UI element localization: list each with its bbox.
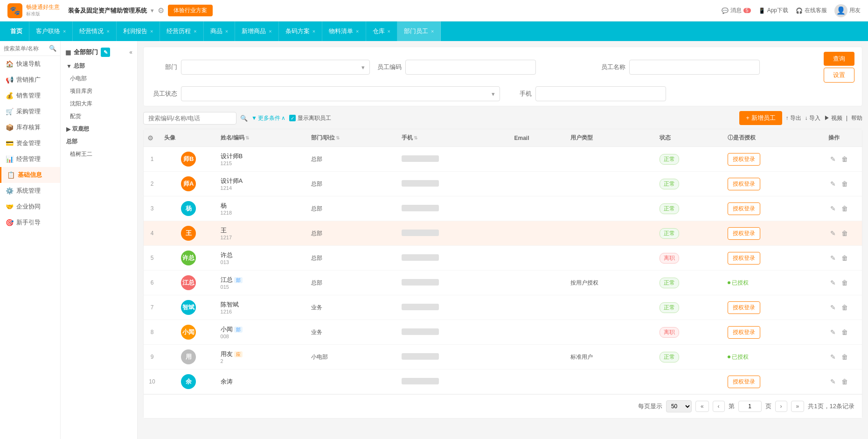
sidebar-item-inventory[interactable]: 📦 库存核算: [0, 119, 60, 135]
edit-btn[interactable]: ✎: [828, 204, 838, 213]
auth-login-btn[interactable]: 授权登录: [728, 326, 760, 339]
auth-login-btn[interactable]: 授权登录: [728, 202, 760, 215]
sidebar-item-purchase[interactable]: 🛒 采购管理: [0, 104, 60, 119]
more-conditions-btn[interactable]: ▼ 更多条件 ∧: [251, 114, 285, 122]
delete-btn[interactable]: 🗑: [840, 204, 850, 213]
sidebar-search-icon[interactable]: 🔍: [49, 45, 56, 52]
set-btn[interactable]: 设置: [824, 68, 854, 83]
delete-btn[interactable]: 🗑: [840, 352, 850, 362]
app-download-btn[interactable]: 📱 App下载: [758, 7, 788, 14]
close-profit-icon[interactable]: ×: [150, 28, 153, 34]
edit-btn[interactable]: ✎: [828, 303, 838, 312]
first-page-btn[interactable]: «: [695, 401, 709, 412]
edit-btn[interactable]: ✎: [828, 328, 838, 337]
th-settings[interactable]: ⚙: [144, 129, 160, 147]
nav-item-history[interactable]: 经营历程 ×: [160, 21, 203, 41]
export-btn[interactable]: ↑ 导出: [786, 114, 801, 122]
sidebar-item-sales[interactable]: 💰 销售管理: [0, 88, 60, 104]
delete-btn[interactable]: 🗑: [840, 229, 850, 238]
th-phone[interactable]: 手机⇅: [398, 129, 510, 147]
delete-btn[interactable]: 🗑: [840, 278, 850, 287]
prev-page-btn[interactable]: ‹: [713, 401, 725, 412]
view-btn[interactable]: ▶ 视频: [824, 114, 842, 122]
toolbar-search-input[interactable]: [143, 112, 236, 125]
message-btn[interactable]: 💬 消息 5: [722, 7, 751, 14]
delete-btn[interactable]: 🗑: [840, 154, 850, 164]
close-operation-icon[interactable]: ×: [106, 28, 109, 34]
sidebar-item-fast-nav[interactable]: 🏠 快速导航: [0, 56, 60, 72]
auth-login-btn[interactable]: 授权登录: [728, 153, 760, 166]
filter-status-select[interactable]: ▾: [181, 86, 500, 101]
next-page-btn[interactable]: ›: [775, 401, 787, 412]
sidebar-item-cooperation[interactable]: 🤝 企业协同: [0, 199, 60, 215]
edit-btn[interactable]: ✎: [828, 253, 838, 263]
dept-item-shuanglu[interactable]: ▶ 双鹿想: [61, 123, 137, 135]
auth-login-btn[interactable]: 授权登录: [728, 178, 760, 190]
help-btn[interactable]: |: [846, 115, 847, 121]
nav-item-goods[interactable]: 商品 ×: [204, 21, 235, 41]
help-label[interactable]: 帮助: [851, 114, 862, 122]
dept-collapse-btn[interactable]: «: [129, 49, 132, 56]
column-settings-icon[interactable]: ⚙: [147, 134, 153, 142]
nav-item-profit[interactable]: 利润报告 ×: [117, 21, 160, 41]
filter-emp-code-input[interactable]: [405, 60, 536, 75]
auth-login-btn[interactable]: 授权登录: [728, 301, 760, 314]
dept-item-peihuo[interactable]: 配货: [61, 110, 137, 123]
user-area[interactable]: 👤 用友: [834, 4, 861, 17]
dropdown-arrow-icon[interactable]: ▾: [151, 7, 154, 14]
filter-phone-input[interactable]: [535, 86, 666, 101]
th-name[interactable]: 姓名/编码⇅: [217, 129, 307, 147]
edit-btn[interactable]: ✎: [828, 377, 838, 386]
filter-dept-select[interactable]: ▾: [181, 60, 370, 75]
close-new-goods-icon[interactable]: ×: [269, 28, 271, 34]
delete-btn[interactable]: 🗑: [840, 377, 850, 386]
dept-item-zongbu[interactable]: ▼ 总部: [61, 60, 137, 72]
dept-item-shenyang[interactable]: 沈阳大库: [61, 98, 137, 110]
sidebar-item-basic[interactable]: 📋 基础信息: [0, 167, 60, 183]
close-customer-icon[interactable]: ×: [63, 28, 66, 34]
close-warehouse-icon[interactable]: ×: [388, 28, 390, 34]
online-service-btn[interactable]: 🎧 在线客服: [796, 7, 827, 14]
close-staff-icon[interactable]: ×: [431, 28, 434, 34]
sidebar-item-guide[interactable]: 🎯 新手引导: [0, 215, 60, 230]
sidebar-search-input[interactable]: [4, 45, 47, 52]
nav-item-new-goods[interactable]: 新增商品 ×: [235, 21, 278, 41]
sidebar-item-business[interactable]: 📊 经营管理: [0, 151, 60, 167]
edit-btn[interactable]: ✎: [828, 179, 838, 188]
page-size-select[interactable]: 50 100 200: [666, 400, 692, 412]
delete-btn[interactable]: 🗑: [840, 253, 850, 263]
nav-item-barcode[interactable]: 条码方案 ×: [279, 21, 322, 41]
close-goods-icon[interactable]: ×: [225, 28, 228, 34]
show-resigned-toggle[interactable]: ✓ 显示离职员工: [289, 114, 331, 122]
last-page-btn[interactable]: »: [791, 401, 805, 412]
dept-item-zhishu[interactable]: 植树王二: [61, 148, 137, 160]
delete-btn[interactable]: 🗑: [840, 328, 850, 337]
th-dept[interactable]: 部门/职位⇅: [307, 129, 398, 147]
dept-item-zongbu2[interactable]: 总部: [61, 135, 137, 148]
nav-item-operation[interactable]: 经营情况 ×: [73, 21, 116, 41]
sidebar-item-marketing[interactable]: 📢 营销推广: [0, 72, 60, 88]
add-employee-btn[interactable]: + 新增员工: [739, 111, 782, 125]
nav-item-customer[interactable]: 客户联络 ×: [29, 21, 73, 41]
import-btn[interactable]: ↓ 导入: [805, 114, 820, 122]
close-barcode-icon[interactable]: ×: [312, 28, 315, 34]
nav-item-bom[interactable]: 物料清单 ×: [322, 21, 366, 41]
delete-btn[interactable]: 🗑: [840, 303, 850, 312]
dept-item-xiangmu[interactable]: 项目库房: [61, 85, 137, 98]
auth-login-btn[interactable]: 授权登录: [728, 252, 760, 265]
auth-login-btn[interactable]: 授权登录: [728, 227, 760, 240]
nav-item-staff[interactable]: 部门员工 ×: [397, 21, 441, 41]
edit-btn[interactable]: ✎: [828, 352, 838, 362]
delete-btn[interactable]: 🗑: [840, 179, 850, 188]
dept-edit-icon[interactable]: ✎: [101, 48, 110, 57]
edit-btn[interactable]: ✎: [828, 278, 838, 287]
sidebar-item-system[interactable]: ⚙️ 系统管理: [0, 183, 60, 199]
current-page-input[interactable]: [738, 401, 762, 412]
close-bom-icon[interactable]: ×: [356, 28, 359, 34]
edit-btn[interactable]: ✎: [828, 154, 838, 164]
settings-icon[interactable]: ⚙: [158, 6, 164, 15]
toolbar-search-icon[interactable]: 🔍: [240, 115, 248, 122]
close-history-icon[interactable]: ×: [194, 28, 196, 34]
nav-item-warehouse[interactable]: 仓库 ×: [366, 21, 397, 41]
auth-login-btn[interactable]: 授权登录: [728, 376, 760, 388]
